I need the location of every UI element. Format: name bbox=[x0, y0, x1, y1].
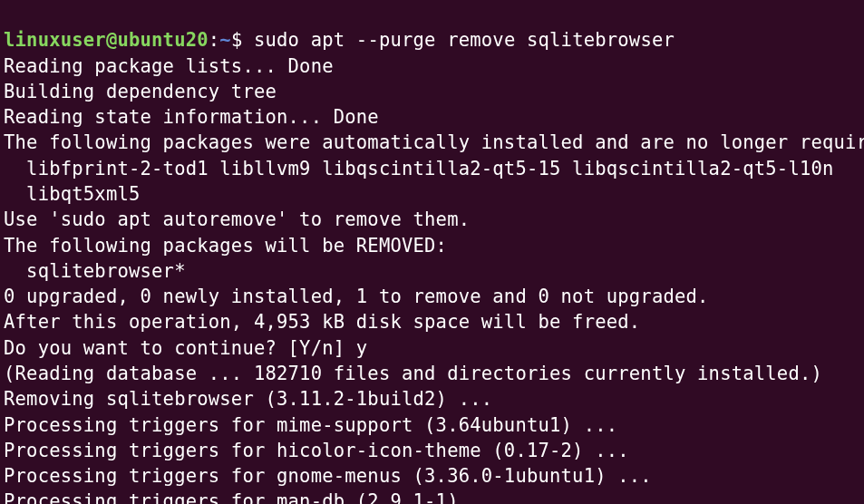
output-line: Removing sqlitebrowser (3.11.2-1build2) … bbox=[4, 386, 860, 412]
output-line: sqlitebrowser* bbox=[4, 258, 860, 284]
terminal-truncated-top bbox=[4, 2, 860, 27]
output-line: The following packages were automaticall… bbox=[4, 130, 860, 155]
output-line: Reading state information... Done bbox=[4, 104, 860, 130]
output-line: Processing triggers for gnome-menus (3.3… bbox=[4, 463, 860, 489]
prompt-colon: : bbox=[209, 29, 220, 51]
output-line: Do you want to continue? [Y/n] y bbox=[4, 335, 860, 361]
command-text: sudo apt --purge remove sqlitebrowser bbox=[254, 29, 675, 51]
prompt-host: ubuntu20 bbox=[117, 29, 208, 51]
output-line: Reading package lists... Done bbox=[4, 53, 860, 79]
output-line: 0 upgraded, 0 newly installed, 1 to remo… bbox=[4, 284, 860, 309]
output-line: libqt5xml5 bbox=[4, 181, 860, 207]
output-line: Building dependency tree bbox=[4, 79, 860, 104]
output-line: libfprint-2-tod1 libllvm9 libqscintilla2… bbox=[4, 156, 860, 181]
prompt-at: @ bbox=[106, 29, 118, 51]
prompt-user: linuxuser bbox=[4, 29, 106, 51]
output-line: Processing triggers for hicolor-icon-the… bbox=[4, 438, 860, 463]
output-line: Processing triggers for mime-support (3.… bbox=[4, 412, 860, 438]
output-line: Processing triggers for man-db (2.9.1-1)… bbox=[4, 489, 860, 504]
prompt-path: ~ bbox=[219, 29, 231, 51]
prompt-dollar: $ bbox=[231, 29, 254, 51]
prompt-line-1[interactable]: linuxuser@ubuntu20:~$ sudo apt --purge r… bbox=[4, 27, 860, 53]
output-line: Use 'sudo apt autoremove' to remove them… bbox=[4, 207, 860, 232]
output-line: The following packages will be REMOVED: bbox=[4, 233, 860, 258]
output-line: After this operation, 4,953 kB disk spac… bbox=[4, 309, 860, 334]
output-line: (Reading database ... 182710 files and d… bbox=[4, 361, 860, 386]
